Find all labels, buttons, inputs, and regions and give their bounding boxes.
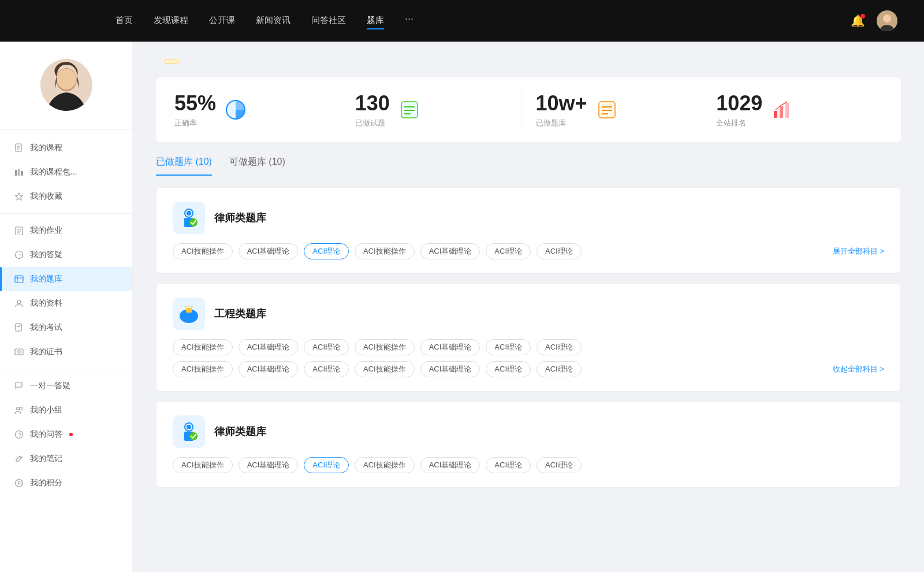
svg-text:?: ? xyxy=(18,252,21,258)
stat-value: 10w+ xyxy=(536,91,587,116)
tag-engineer-1-3[interactable]: ACI技能操作 xyxy=(355,361,415,377)
divider1 xyxy=(0,213,132,214)
tag-lawyer1-0-1[interactable]: ACI基础理论 xyxy=(239,243,299,259)
qbank-tags-lawyer1: ACI技能操作ACI基础理论ACI理论ACI技能操作ACI基础理论ACI理论AC… xyxy=(173,243,884,259)
stat-label: 已做试题 xyxy=(355,118,390,128)
tag-engineer-1-6[interactable]: ACI理论 xyxy=(536,361,582,377)
sidebar-item-my-group[interactable]: 我的小组 xyxy=(0,398,132,422)
nav-link-新闻资讯[interactable]: 新闻资讯 xyxy=(256,13,290,29)
sidebar-item-my-points[interactable]: 积我的积分 xyxy=(0,471,132,495)
svg-rect-20 xyxy=(15,276,23,283)
tag-engineer-1-1[interactable]: ACI基础理论 xyxy=(239,361,299,377)
collapse-link-engineer[interactable]: 收起全部科目 > xyxy=(833,364,884,374)
my-qbank-label: 我的题库 xyxy=(30,274,62,284)
tag-lawyer1-0-0[interactable]: ACI技能操作 xyxy=(173,243,233,259)
my-exams-label: 我的考试 xyxy=(30,322,62,333)
my-notes-icon xyxy=(14,454,24,464)
svg-line-55 xyxy=(185,306,187,307)
nav-link-公开课[interactable]: 公开课 xyxy=(209,13,235,29)
stat-icon-bar-red xyxy=(770,98,793,121)
tag-engineer-0-2[interactable]: ACI理论 xyxy=(304,339,349,355)
my-packages-label: 我的课程包... xyxy=(30,167,77,177)
tag-lawyer2-0-0[interactable]: ACI技能操作 xyxy=(173,457,233,473)
sidebar-item-my-questions[interactable]: ?我的答疑 xyxy=(0,243,132,267)
sidebar-item-my-certs[interactable]: 我的证书 xyxy=(0,340,132,364)
tag-engineer-1-0[interactable]: ACI技能操作 xyxy=(173,361,233,377)
qbank-header-engineer: 工程类题库 xyxy=(173,298,884,330)
lawyer-icon xyxy=(173,415,205,448)
tag-engineer-0-4[interactable]: ACI基础理论 xyxy=(420,339,480,355)
svg-point-28 xyxy=(20,407,23,410)
tag-engineer-0-5[interactable]: ACI理论 xyxy=(486,339,531,355)
tag-lawyer2-0-2[interactable]: ACI理论 xyxy=(304,457,349,473)
tag-lawyer1-0-3[interactable]: ACI技能操作 xyxy=(355,243,415,259)
content: 55%正确率130已做试题10w+已做题库1029全站排名 已做题库 (10)可… xyxy=(133,42,924,572)
tag-lawyer2-0-4[interactable]: ACI基础理论 xyxy=(420,457,480,473)
engineer-icon xyxy=(173,298,205,330)
user-section xyxy=(0,59,132,130)
avatar-wrapper[interactable] xyxy=(877,10,901,31)
main-wrapper: 我的课程我的课程包...我的收藏我的作业?我的答疑我的题库我的资料我的考试我的证… xyxy=(0,0,924,572)
navbar: 首页发现课程公开课新闻资讯问答社区题库··· 🔔 xyxy=(0,0,924,42)
svg-point-23 xyxy=(17,300,21,304)
tab-1[interactable]: 可做题库 (10) xyxy=(229,156,285,175)
nav-link-发现课程[interactable]: 发现课程 xyxy=(154,13,188,29)
qbank-tags-engineer: ACI技能操作ACI基础理论ACI理论ACI技能操作ACI基础理论ACI理论AC… xyxy=(173,339,884,377)
sidebar-item-my-homework[interactable]: 我的作业 xyxy=(0,218,132,243)
sidebar-item-my-qbank[interactable]: 我的题库 xyxy=(0,267,132,291)
my-group-label: 我的小组 xyxy=(30,405,62,415)
tag-lawyer2-0-6[interactable]: ACI理论 xyxy=(536,457,582,473)
my-homework-icon xyxy=(14,225,24,236)
svg-rect-10 xyxy=(15,170,17,176)
tags-row-engineer-1: ACI技能操作ACI基础理论ACI理论ACI技能操作ACI基础理论ACI理论AC… xyxy=(173,361,884,377)
sidebar-item-my-favorites[interactable]: 我的收藏 xyxy=(0,184,132,209)
svg-rect-52 xyxy=(182,313,196,316)
avatar xyxy=(877,10,897,31)
nav-link-首页[interactable]: 首页 xyxy=(116,13,133,29)
svg-point-59 xyxy=(187,425,191,429)
qbank-card-engineer: 工程类题库ACI技能操作ACI基础理论ACI理论ACI技能操作ACI基础理论AC… xyxy=(156,283,901,392)
tag-lawyer2-0-5[interactable]: ACI理论 xyxy=(486,457,531,473)
tag-engineer-0-3[interactable]: ACI技能操作 xyxy=(355,339,415,355)
nav-link-题库[interactable]: 题库 xyxy=(367,13,384,29)
tag-engineer-0-6[interactable]: ACI理论 xyxy=(536,339,582,355)
expand-link-lawyer1[interactable]: 展开全部科目 > xyxy=(833,246,884,257)
tag-lawyer1-0-2[interactable]: ACI理论 xyxy=(304,243,349,259)
nav-link-问答社区[interactable]: 问答社区 xyxy=(311,13,346,29)
my-answers-dot xyxy=(69,433,73,436)
my-qbank-icon xyxy=(14,274,24,284)
sidebar-item-my-profile[interactable]: 我的资料 xyxy=(0,291,132,315)
tag-engineer-1-4[interactable]: ACI基础理论 xyxy=(420,361,480,377)
svg-rect-43 xyxy=(774,111,777,118)
tag-engineer-1-5[interactable]: ACI理论 xyxy=(486,361,531,377)
stat-icon-pie xyxy=(224,98,247,121)
sidebar-item-my-packages[interactable]: 我的课程包... xyxy=(0,160,132,184)
svg-text:?: ? xyxy=(18,432,21,438)
nav-more[interactable]: ··· xyxy=(405,13,413,29)
svg-point-27 xyxy=(17,407,20,410)
bell-icon[interactable]: 🔔 xyxy=(851,14,865,28)
tag-lawyer1-0-5[interactable]: ACI理论 xyxy=(486,243,531,259)
tag-lawyer2-0-3[interactable]: ACI技能操作 xyxy=(355,457,415,473)
tag-engineer-0-1[interactable]: ACI基础理论 xyxy=(239,339,299,355)
tabs-bar: 已做题库 (10)可做题库 (10) xyxy=(156,156,901,176)
user-avatar xyxy=(40,59,92,111)
sidebar-item-one-on-one[interactable]: 一对一答疑 xyxy=(0,374,132,398)
tag-engineer-0-0[interactable]: ACI技能操作 xyxy=(173,339,233,355)
tag-lawyer1-0-4[interactable]: ACI基础理论 xyxy=(420,243,480,259)
tag-lawyer2-0-1[interactable]: ACI基础理论 xyxy=(239,457,299,473)
sidebar-item-my-exams[interactable]: 我的考试 xyxy=(0,315,132,340)
sidebar-item-my-answers[interactable]: ?我的问答 xyxy=(0,422,132,447)
tag-engineer-1-2[interactable]: ACI理论 xyxy=(304,361,349,377)
sidebar-item-my-notes[interactable]: 我的笔记 xyxy=(0,447,132,471)
my-answers-label: 我的问答 xyxy=(30,429,62,440)
svg-rect-25 xyxy=(15,349,23,355)
stat-value: 130 xyxy=(355,91,390,116)
trial-badge xyxy=(164,59,179,64)
stat-value: 1029 xyxy=(716,91,762,116)
tab-0[interactable]: 已做题库 (10) xyxy=(156,156,212,175)
my-favorites-icon xyxy=(14,191,24,202)
sidebar-item-my-courses[interactable]: 我的课程 xyxy=(0,136,132,160)
my-profile-label: 我的资料 xyxy=(30,298,62,309)
tag-lawyer1-0-6[interactable]: ACI理论 xyxy=(536,243,582,259)
